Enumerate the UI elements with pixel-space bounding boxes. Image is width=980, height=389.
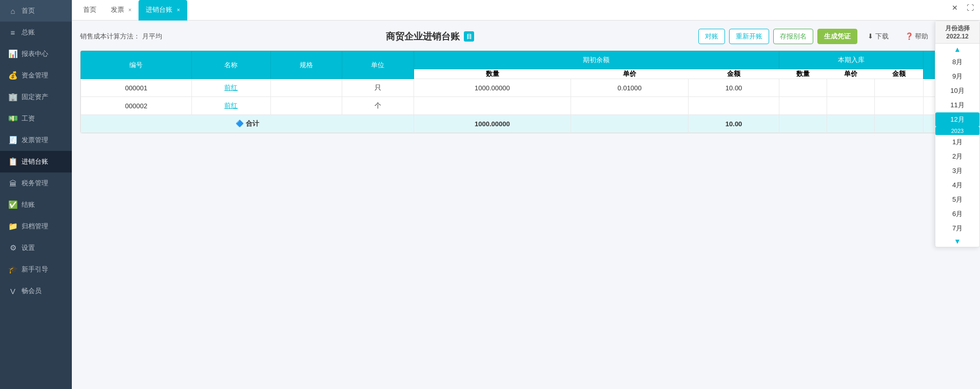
- tab-home[interactable]: 首页: [76, 0, 104, 21]
- month-item-5[interactable]: 5月: [935, 192, 979, 207]
- month-item-8[interactable]: 8月: [935, 55, 979, 69]
- sidebar-item-funds[interactable]: 💰 资金管理: [0, 65, 72, 86]
- cell-spec: [270, 79, 342, 97]
- help-button[interactable]: ❓ 帮助: [899, 29, 935, 44]
- sidebar-item-invoice[interactable]: 🧾 发票管理: [0, 129, 72, 151]
- month-item-4[interactable]: 4月: [935, 178, 979, 192]
- tax-icon: 🏛: [8, 179, 17, 188]
- col-header-opening-price: 单价: [571, 69, 689, 79]
- meta-label: 销售成本计算方法：: [80, 32, 140, 40]
- col-header-spec: 规格: [270, 51, 342, 79]
- sidebar-item-settlement[interactable]: ✅ 结账: [0, 194, 72, 216]
- month-item-9[interactable]: 9月: [935, 69, 979, 84]
- cell-id: 000002: [81, 97, 192, 115]
- total-icon: 🔷: [236, 120, 244, 127]
- sidebar-item-label: 首页: [22, 6, 35, 15]
- sidebar-item-label: 畅会员: [22, 286, 42, 296]
- col-header-unit: 单位: [342, 51, 414, 79]
- content-area: ✕ ⛶ 销售成本计算方法： 月平均 商贸企业进销台账 目 对账 重新开账 存报别…: [72, 21, 980, 389]
- month-item-6[interactable]: 6月: [935, 207, 979, 221]
- sidebar-item-label: 税务管理: [22, 179, 48, 188]
- col-header-opening-amount: 金额: [689, 69, 779, 79]
- col-header-in: 本期入库: [779, 51, 924, 69]
- toolbar-actions: 对账 重新开账 存报别名 生成凭证 ⬇ 下载 ❓ 帮助 ↻ 刷新: [698, 29, 972, 44]
- month-item-1[interactable]: 1月: [935, 135, 979, 149]
- total-opening-amount: 10.00: [689, 115, 779, 133]
- page-meta: 销售成本计算方法： 月平均: [80, 32, 162, 41]
- cell-id: 000001: [81, 79, 192, 97]
- scroll-down-button[interactable]: ▼: [935, 236, 979, 247]
- total-in-qty: [779, 115, 827, 133]
- sidebar-item-home[interactable]: ⌂ 首页: [0, 0, 72, 22]
- meta-value: 月平均: [142, 32, 162, 40]
- scroll-up-button[interactable]: ▲: [935, 44, 979, 55]
- page-title-icon: 目: [464, 31, 474, 42]
- generate-voucher-button[interactable]: 生成凭证: [817, 29, 857, 44]
- sidebar-item-label: 报表中心: [22, 49, 48, 59]
- data-table-wrapper: 编号 名称 规格 单位 期初余额 本期入库 数 数量 单价 金额 数量 单价: [80, 50, 972, 133]
- cell-opening-price: [571, 97, 689, 115]
- reopen-button[interactable]: 重新开账: [729, 29, 769, 44]
- settlement-icon: ✅: [8, 200, 17, 209]
- sidebar-item-member[interactable]: V 畅会员: [0, 280, 72, 302]
- sidebar-item-guide[interactable]: 🎓 新手引导: [0, 259, 72, 280]
- reconcile-button[interactable]: 对账: [698, 29, 725, 44]
- month-panel-year: 2022.12: [946, 33, 968, 40]
- total-in-amount: [875, 115, 924, 133]
- tab-invoice[interactable]: 发票 ×: [104, 0, 139, 21]
- month-item-12[interactable]: 12月: [935, 112, 979, 127]
- tab-purchase-sales[interactable]: 进销台账 ×: [139, 0, 187, 21]
- cell-name: 前红: [191, 79, 270, 97]
- ledger-icon: ≡: [8, 28, 17, 37]
- tab-invoice-label: 发票: [111, 5, 124, 14]
- save-alias-button[interactable]: 存报别名: [773, 29, 813, 44]
- total-in-price: [827, 115, 875, 133]
- sidebar-item-assets[interactable]: 🏢 固定资产: [0, 86, 72, 108]
- sidebar-item-label: 资金管理: [22, 71, 48, 80]
- month-item-2[interactable]: 2月: [935, 149, 979, 164]
- sidebar-item-ledger[interactable]: ≡ 总账: [0, 22, 72, 43]
- tab-purchase-sales-label: 进销台账: [146, 5, 172, 14]
- cell-in-amount: [875, 79, 924, 97]
- col-header-name: 名称: [191, 51, 270, 79]
- main-area: 首页 发票 × 进销台账 × ✕ ⛶ 销售成本计算方法： 月平均 商贸企业进销台…: [72, 0, 980, 389]
- guide-icon: 🎓: [8, 265, 17, 274]
- cell-opening-qty: [414, 97, 571, 115]
- sidebar-item-archive[interactable]: 📁 归档管理: [0, 216, 72, 237]
- sidebar-item-label: 结账: [22, 200, 35, 209]
- sidebar-item-salary[interactable]: 💵 工资: [0, 108, 72, 129]
- sidebar-item-tax[interactable]: 🏛 税务管理: [0, 172, 72, 194]
- month-item-11[interactable]: 11月: [935, 98, 979, 112]
- page-title-area: 商贸企业进销台账 目: [386, 30, 474, 43]
- cell-in-price: [827, 97, 875, 115]
- sidebar-item-settings[interactable]: ⚙ 设置: [0, 237, 72, 259]
- col-header-in-price: 单价: [827, 69, 875, 79]
- tab-purchase-sales-close[interactable]: ×: [177, 7, 180, 13]
- cell-opening-price: 0.01000: [571, 79, 689, 97]
- sidebar-item-reports[interactable]: 📊 报表中心: [0, 43, 72, 65]
- month-item-10[interactable]: 10月: [935, 84, 979, 98]
- month-item-3[interactable]: 3月: [935, 164, 979, 178]
- sidebar-item-label: 总账: [22, 28, 35, 37]
- month-item-7[interactable]: 7月: [935, 221, 979, 236]
- cell-unit: 个: [342, 97, 414, 115]
- sidebar-item-purchase-sales[interactable]: 📋 进销台账: [0, 151, 72, 172]
- assets-icon: 🏢: [8, 92, 17, 102]
- col-header-opening-qty: 数量: [414, 69, 571, 79]
- sidebar-item-label: 进销台账: [22, 157, 48, 166]
- total-label: 🔷合计: [81, 115, 414, 133]
- funds-icon: 💰: [8, 71, 17, 80]
- cell-unit: 只: [342, 79, 414, 97]
- archive-icon: 📁: [8, 222, 17, 231]
- cell-spec: [270, 97, 342, 115]
- tab-invoice-close[interactable]: ×: [128, 7, 131, 13]
- col-header-in-qty: 数量: [779, 69, 827, 79]
- download-button[interactable]: ⬇ 下载: [861, 29, 895, 44]
- table-row: 000002 前红 个: [81, 97, 971, 115]
- month-list: 8月 9月 10月 11月 12月 2023 1月 2月 3月 4月 5月 6月…: [935, 55, 979, 236]
- total-opening-qty: 1000.00000: [414, 115, 571, 133]
- sidebar-item-label: 发票管理: [22, 135, 48, 145]
- cell-in-qty: [779, 79, 827, 97]
- month-panel: 月份选择 2022.12 ▲ 8月 9月 10月 11月 12月 2023 1月…: [935, 21, 980, 247]
- tab-home-label: 首页: [83, 5, 96, 14]
